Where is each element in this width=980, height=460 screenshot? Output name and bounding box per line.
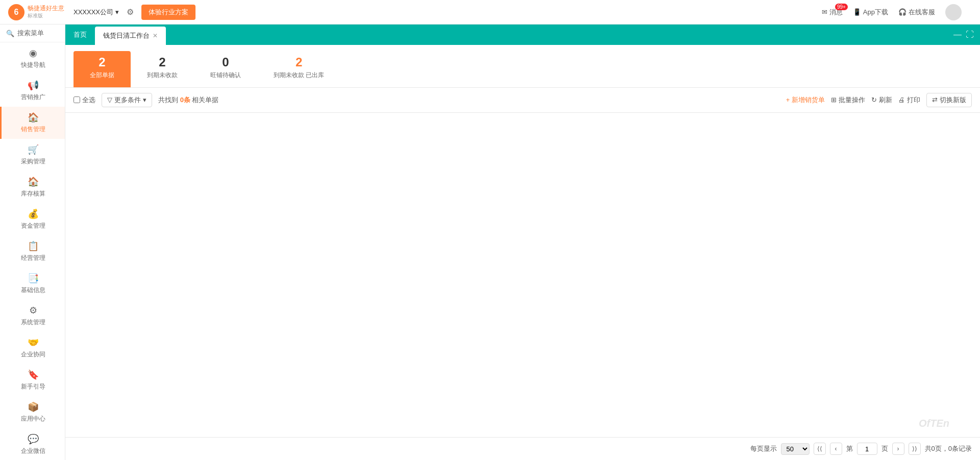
first-page-button[interactable]: ⟨⟨ — [814, 443, 826, 455]
batch-operation-button[interactable]: ⊞ 批量操作 — [831, 95, 865, 105]
sales-icon: 🏠 — [28, 112, 39, 123]
avatar[interactable] — [945, 4, 962, 20]
add-sales-button[interactable]: + 新增销货单 — [786, 95, 825, 105]
headset-icon: 🎧 — [898, 8, 906, 16]
system-icon: ⚙ — [29, 305, 37, 316]
sidebar-item-app-center[interactable]: 📦 应用中心 — [0, 396, 65, 428]
page-number-input[interactable] — [857, 443, 877, 455]
online-service-action[interactable]: 🎧 在线客服 — [898, 8, 935, 17]
print-icon: 🖨 — [898, 96, 905, 104]
page-content: 2 全部单据 2 到期未收款 0 旺铺待确认 2 到期未收款 已出库 — [65, 45, 980, 460]
company-selector: XXXXXX公司 ▾ ⚙ 体验行业方案 — [74, 5, 822, 20]
header-right: ✉ 消息 99+ 📱 App下载 🎧 在线客服 — [822, 4, 972, 20]
filter-button[interactable]: ▽ 更多条件 ▾ — [102, 93, 152, 107]
stat-tab-pending[interactable]: 0 旺铺待确认 — [194, 51, 257, 87]
experience-button[interactable]: 体验行业方案 — [141, 5, 195, 20]
finance-icon: 💰 — [28, 208, 39, 220]
toolbar: 全选 ▽ 更多条件 ▾ 共找到 0条 相关单据 + 新增销货单 — [65, 88, 980, 113]
tab-expand-icon[interactable]: ⛶ — [966, 30, 974, 39]
sidebar-item-purchase[interactable]: 🛒 采购管理 — [0, 139, 65, 171]
chevron-down-icon: ▾ — [143, 96, 146, 104]
quick-nav-icon: ◉ — [29, 47, 37, 59]
main-layout: 🔍 搜索菜单 ◉ 快捷导航 📢 营销推广 🏠 销售管理 🛒 采购管理 🏠 库存核… — [0, 25, 980, 460]
sidebar-item-enterprise[interactable]: 🤝 企业协同 — [0, 332, 65, 364]
basic-info-icon: 📑 — [28, 273, 39, 284]
message-action[interactable]: ✉ 消息 99+ — [822, 8, 843, 17]
batch-icon: ⊞ — [831, 96, 837, 104]
sidebar-item-wechat[interactable]: 💬 企业微信 — [0, 428, 65, 460]
stat-tab-shipped[interactable]: 2 到期未收款 已出库 — [257, 51, 340, 87]
found-count: 0条 — [180, 96, 190, 104]
logo-area: 6 畅捷通好生意 标准版 — [8, 4, 74, 20]
inventory-icon: 🏠 — [28, 176, 39, 187]
print-button[interactable]: 🖨 打印 — [898, 95, 920, 105]
sidebar-item-guide[interactable]: 🔖 新手引导 — [0, 364, 65, 396]
phone-icon: 📱 — [853, 8, 861, 16]
stats-tabs: 2 全部单据 2 到期未收款 0 旺铺待确认 2 到期未收款 已出库 — [65, 45, 980, 88]
enterprise-icon: 🤝 — [28, 337, 39, 348]
app-center-icon: 📦 — [28, 401, 39, 413]
refresh-icon: ↻ — [871, 96, 877, 104]
sidebar-item-quick-nav[interactable]: ◉ 快捷导航 — [0, 42, 65, 75]
operations-icon: 📋 — [28, 240, 39, 252]
sidebar: 🔍 搜索菜单 ◉ 快捷导航 📢 营销推广 🏠 销售管理 🛒 采购管理 🏠 库存核… — [0, 25, 65, 460]
tab-bar: 首页 钱货日清工作台 ✕ — ⛶ — [65, 25, 980, 45]
pagination-bar: 每页显示 50 100 200 ⟨⟨ ‹ 第 页 › ⟩⟩ 共0页，0条记录 — [65, 437, 980, 460]
search-menu[interactable]: 🔍 搜索菜单 — [0, 25, 65, 42]
tab-bar-actions: — ⛶ — [953, 30, 980, 39]
sidebar-item-inventory[interactable]: 🏠 库存核算 — [0, 171, 65, 203]
search-icon: 🔍 — [6, 30, 14, 37]
switch-version-button[interactable]: ⇄ 切换新版 — [926, 93, 972, 107]
wechat-icon: 💬 — [28, 433, 39, 445]
found-text: 共找到 0条 相关单据 — [158, 95, 218, 105]
page-suffix: 页 — [881, 444, 888, 453]
sidebar-item-sales[interactable]: 🏠 销售管理 — [0, 107, 65, 139]
stat-tab-all[interactable]: 2 全部单据 — [74, 51, 131, 87]
sidebar-item-operations[interactable]: 📋 经营管理 — [0, 235, 65, 268]
tab-workbench[interactable]: 钱货日清工作台 ✕ — [95, 27, 166, 45]
tab-close-icon[interactable]: ✕ — [153, 32, 158, 39]
message-badge: 99+ — [835, 4, 848, 10]
per-page-select[interactable]: 50 100 200 — [781, 443, 810, 455]
sidebar-item-marketing[interactable]: 📢 营销推广 — [0, 75, 65, 107]
sidebar-item-finance[interactable]: 💰 资金管理 — [0, 203, 65, 235]
app-download-action[interactable]: 📱 App下载 — [853, 8, 888, 17]
message-icon: ✉ — [822, 8, 827, 16]
next-page-button[interactable]: › — [892, 443, 904, 455]
toolbar-right: + 新增销货单 ⊞ 批量操作 ↻ 刷新 🖨 打印 ⇄ — [786, 93, 972, 107]
total-label: 共0页，0条记录 — [925, 444, 972, 453]
company-name-dropdown[interactable]: XXXXXX公司 ▾ — [74, 8, 119, 17]
toolbar-left: 全选 ▽ 更多条件 ▾ 共找到 0条 相关单据 — [74, 93, 780, 107]
select-all-checkbox[interactable]: 全选 — [74, 95, 95, 105]
switch-icon: ⇄ — [932, 96, 938, 104]
refresh-button[interactable]: ↻ 刷新 — [871, 95, 892, 105]
prev-page-button[interactable]: ‹ — [830, 443, 842, 455]
purchase-icon: 🛒 — [28, 144, 39, 155]
logo-text: 畅捷通好生意 — [28, 5, 64, 13]
page-label: 第 — [846, 444, 853, 453]
filter-icon: ▽ — [107, 96, 112, 104]
select-all-input[interactable] — [74, 96, 80, 103]
top-header: 6 畅捷通好生意 标准版 XXXXXX公司 ▾ ⚙ 体验行业方案 ✉ 消息 99… — [0, 0, 980, 25]
logo-icon: 6 — [8, 4, 24, 20]
marketing-icon: 📢 — [28, 80, 39, 91]
per-page-label: 每页显示 — [750, 444, 777, 453]
table-area — [65, 113, 980, 437]
logo-sub: 标准版 — [28, 12, 64, 19]
guide-icon: 🔖 — [28, 369, 39, 380]
chevron-down-icon: ▾ — [115, 8, 119, 16]
stat-tab-overdue[interactable]: 2 到期未收款 — [131, 51, 194, 87]
tab-minimize-icon[interactable]: — — [953, 30, 962, 39]
sidebar-item-system[interactable]: ⚙ 系统管理 — [0, 300, 65, 332]
last-page-button[interactable]: ⟩⟩ — [909, 443, 921, 455]
sidebar-item-basic-info[interactable]: 📑 基础信息 — [0, 268, 65, 300]
content-area: 首页 钱货日清工作台 ✕ — ⛶ 2 全部单据 2 到期未收款 — [65, 25, 980, 460]
settings-icon[interactable]: ⚙ — [123, 5, 137, 19]
tab-home[interactable]: 首页 — [65, 25, 95, 45]
